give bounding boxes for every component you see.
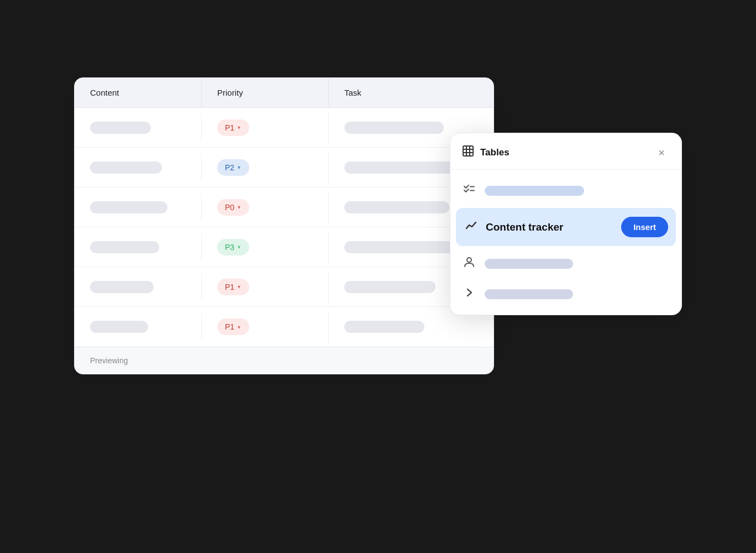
task-placeholder	[344, 241, 455, 253]
task-placeholder	[344, 161, 466, 174]
table-row: P1 ▾	[75, 108, 494, 148]
priority-badge-p2[interactable]: P2 ▾	[217, 159, 249, 176]
table-footer: Previewing	[75, 347, 494, 374]
content-placeholder	[90, 161, 162, 174]
popup-title: Tables	[480, 147, 510, 158]
content-placeholder	[90, 241, 159, 253]
content-placeholder	[90, 201, 167, 213]
chevron-down-icon: ▾	[238, 244, 240, 250]
checklist-icon	[461, 183, 477, 198]
table-row: P1 ▾	[75, 267, 494, 307]
chevron-right-icon	[461, 286, 477, 301]
task-placeholder	[344, 281, 435, 293]
table-row: P0 ▾	[75, 187, 494, 227]
cell-content	[75, 194, 202, 221]
table-card: Content Priority Task P1 ▾	[74, 77, 494, 374]
close-button[interactable]: ×	[655, 146, 668, 159]
task-placeholder	[344, 201, 449, 213]
chevron-down-icon: ▾	[238, 284, 240, 290]
content-placeholder	[90, 281, 154, 293]
cell-priority: P1 ▾	[202, 311, 329, 343]
tables-popup: Tables ×	[450, 133, 682, 315]
scene: Content Priority Task P1 ▾	[74, 77, 682, 476]
cell-content	[75, 233, 202, 261]
svg-point-7	[467, 258, 471, 262]
popup-header: Tables ×	[450, 133, 681, 170]
content-tracker-label: Content tracker	[486, 221, 615, 233]
priority-badge-p1[interactable]: P1 ▾	[217, 319, 249, 335]
person-icon	[461, 256, 477, 271]
task-placeholder	[344, 122, 444, 134]
svg-rect-0	[463, 146, 473, 156]
chevron-down-icon: ▾	[238, 164, 240, 170]
table-icon	[461, 144, 475, 160]
cell-content	[75, 114, 202, 142]
cell-content	[75, 154, 202, 181]
cell-priority: P3 ▾	[202, 231, 329, 263]
cell-content	[75, 273, 202, 301]
cell-priority: P0 ▾	[202, 191, 329, 223]
priority-badge-p1[interactable]: P1 ▾	[217, 279, 249, 295]
popup-list: Content tracker Insert	[450, 170, 681, 315]
chevron-down-icon: ▾	[238, 204, 240, 210]
insert-button[interactable]: Insert	[621, 217, 668, 237]
popup-item-more[interactable]	[450, 279, 681, 309]
cell-priority: P1 ▾	[202, 112, 329, 144]
checklist-label-placeholder	[485, 186, 584, 196]
table-header: Content Priority Task	[75, 78, 494, 108]
popup-item-content-tracker[interactable]: Content tracker Insert	[456, 208, 676, 246]
content-placeholder	[90, 122, 151, 134]
chevron-down-icon: ▾	[238, 124, 240, 131]
popup-item-checklist[interactable]	[450, 175, 681, 206]
cell-content	[75, 313, 202, 341]
priority-badge-p0[interactable]: P0 ▾	[217, 199, 249, 216]
col-header-content: Content	[75, 78, 202, 107]
table-row: P1 ▾	[75, 307, 494, 347]
person-label-placeholder	[485, 259, 573, 269]
table-row: P2 ▾	[75, 148, 494, 187]
table-body: P1 ▾ P2 ▾	[75, 108, 494, 347]
col-header-task: Task	[329, 78, 494, 107]
more-label-placeholder	[485, 289, 573, 299]
trend-icon	[464, 219, 479, 235]
col-header-priority: Priority	[202, 78, 329, 107]
cell-priority: P2 ▾	[202, 152, 329, 184]
chevron-down-icon: ▾	[238, 324, 240, 330]
popup-title-area: Tables	[461, 144, 510, 160]
cell-priority: P1 ▾	[202, 271, 329, 303]
table-row: P3 ▾	[75, 227, 494, 267]
content-placeholder	[90, 321, 148, 333]
cell-task	[329, 313, 494, 341]
priority-badge-p1[interactable]: P1 ▾	[217, 119, 249, 136]
task-placeholder	[344, 321, 424, 333]
priority-badge-p3[interactable]: P3 ▾	[217, 239, 249, 255]
previewing-label: Previewing	[90, 356, 128, 365]
popup-item-person[interactable]	[450, 248, 681, 279]
